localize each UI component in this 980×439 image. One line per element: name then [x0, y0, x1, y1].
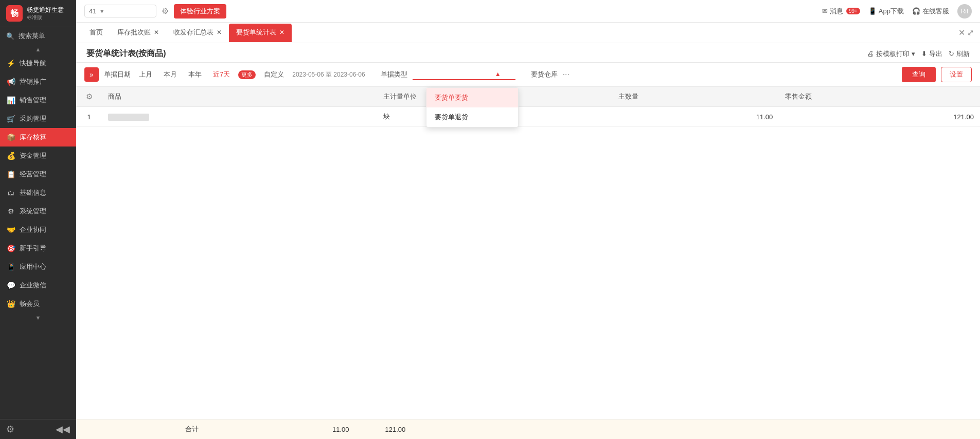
expand-tabs[interactable]: ⤢ [967, 28, 974, 38]
row-amount: 121.00 [779, 107, 980, 127]
finance-icon: 💰 [6, 152, 15, 160]
dropdown-item-order-return[interactable]: 要货单退货 [426, 107, 518, 127]
filter-area: » 单据日期 上月 本月 本年 近7天 更多 自定义 2023-05-06 至 … [76, 63, 980, 87]
message-badge: 99+ [846, 8, 860, 14]
user-avatar[interactable]: Rit [957, 4, 972, 19]
header-right: ✉ 消息 99+ 📱 App下载 🎧 在线客服 Rit [822, 4, 972, 19]
warehouse-label: 要货仓库 [531, 70, 558, 79]
dropdown-item-order-goods[interactable]: 要货单要货 [426, 88, 518, 107]
sidebar-search[interactable]: 🔍 搜索菜单 [0, 27, 76, 45]
date-label: 单据日期 [104, 70, 131, 79]
sidebar-item-quick-nav[interactable]: ⚡ 快捷导航 [0, 54, 76, 72]
export-icon: ⬇ [921, 50, 927, 58]
refresh-icon: ↻ [949, 50, 954, 58]
basic-info-icon: 🗂 [6, 189, 15, 197]
service-icon: 🎧 [912, 7, 920, 15]
date-more-button[interactable]: 更多 [238, 70, 256, 79]
tab-batch-account[interactable]: 库存批次账 ✕ [110, 24, 166, 42]
main-content: 41 ▾ ⚙ 体验行业方案 ✉ 消息 99+ 📱 App下载 🎧 在线客服 Ri… [76, 0, 980, 439]
refresh-action[interactable]: ↻ 刷新 [949, 49, 970, 59]
online-service-action[interactable]: 🎧 在线客服 [912, 7, 949, 16]
search-icon: 🔍 [6, 32, 14, 40]
quick-nav-icon: ⚡ [6, 59, 15, 67]
date-custom[interactable]: 自定义 [261, 68, 287, 81]
export-action[interactable]: ⬇ 导出 [921, 49, 942, 59]
vip-icon: 👑 [6, 300, 15, 308]
print-chevron-icon: ▾ [912, 50, 915, 58]
type-dropdown: 要货单要货 要货单退货 [426, 87, 519, 127]
type-select[interactable]: ▲ [413, 69, 515, 80]
sidebar-item-purchase[interactable]: 🛒 采购管理 [0, 109, 76, 128]
product-placeholder [108, 114, 149, 121]
sidebar-item-operations[interactable]: 📋 经营管理 [0, 165, 76, 184]
gear-icon[interactable]: ⚙ [86, 92, 93, 101]
operations-icon: 📋 [6, 170, 15, 178]
type-input[interactable] [413, 70, 495, 78]
sidebar-item-inventory[interactable]: 📦 库存核算 [0, 128, 76, 147]
sidebar: 畅 畅捷通好生意 标准版 🔍 搜索菜单 ▲ ⚡ 快捷导航 📢 营销推广 📊 销售… [0, 0, 76, 439]
top-header: 41 ▾ ⚙ 体验行业方案 ✉ 消息 99+ 📱 App下载 🎧 在线客服 Ri… [76, 0, 980, 23]
sidebar-scroll-down[interactable]: ▼ [0, 313, 76, 322]
close-all-tabs[interactable]: ✕ [958, 28, 965, 38]
date-this-year[interactable]: 本年 [185, 68, 205, 81]
sidebar-item-enterprise[interactable]: 🤝 企业协同 [0, 221, 76, 239]
row-index: 1 [76, 107, 102, 127]
marketing-icon: 📢 [6, 78, 15, 86]
row-product [102, 107, 377, 127]
sidebar-item-marketing[interactable]: 📢 营销推广 [0, 72, 76, 91]
header-settings-icon[interactable]: ⚙ [162, 6, 169, 16]
print-action[interactable]: 🖨 按模板打印 ▾ [867, 49, 915, 59]
tab-order-summary[interactable]: 要货单统计表 ✕ [229, 24, 292, 42]
enterprise-icon: 🤝 [6, 226, 15, 234]
store-selector[interactable]: 41 ▾ [84, 5, 156, 17]
page-header: 要货单统计表(按商品) 🖨 按模板打印 ▾ ⬇ 导出 ↻ 刷新 [76, 43, 980, 63]
sales-icon: 📊 [6, 96, 15, 104]
sidebar-item-system[interactable]: ⚙ 系统管理 [0, 202, 76, 221]
filter-expand-button[interactable]: » [84, 67, 99, 82]
chevron-down-icon: ▾ [100, 7, 104, 15]
table-footer: 合计 11.00 121.00 [76, 419, 980, 439]
data-table: ⚙ 商品 主计量单位 主数量 零售金额 1 块 [76, 87, 980, 127]
sidebar-item-app-center[interactable]: 📱 应用中心 [0, 258, 76, 276]
query-button[interactable]: 查询 [902, 67, 936, 82]
date-last-7-days[interactable]: 近7天 [210, 68, 233, 81]
footer-amount: 121.00 [385, 426, 406, 433]
col-amount: 零售金额 [779, 87, 980, 107]
app-icon: 📱 [868, 7, 877, 15]
date-last-month[interactable]: 上月 [136, 68, 155, 81]
tab-close-order[interactable]: ✕ [279, 29, 284, 36]
collapse-icon[interactable]: ◀◀ [56, 424, 70, 435]
type-label: 单据类型 [381, 70, 407, 79]
sidebar-item-guide[interactable]: 🎯 新手引导 [0, 239, 76, 258]
system-icon: ⚙ [6, 207, 15, 215]
sidebar-item-vip[interactable]: 👑 畅会员 [0, 295, 76, 313]
app-download-action[interactable]: 📱 App下载 [868, 7, 904, 16]
tab-close-receive[interactable]: ✕ [217, 29, 222, 36]
sidebar-item-basic-info[interactable]: 🗂 基础信息 [0, 184, 76, 202]
page-actions: 🖨 按模板打印 ▾ ⬇ 导出 ↻ 刷新 [867, 49, 970, 59]
footer-label: 合计 [185, 425, 199, 434]
warehouse-dots[interactable]: ··· [563, 70, 569, 79]
tab-close-batch[interactable]: ✕ [154, 29, 159, 36]
app-center-icon: 📱 [6, 263, 15, 271]
message-icon: ✉ [822, 7, 828, 15]
sidebar-scroll-up[interactable]: ▲ [0, 45, 76, 54]
settings-icon[interactable]: ⚙ [6, 424, 14, 435]
sidebar-collapse[interactable]: ⚙ ◀◀ [0, 419, 76, 439]
guide-icon: 🎯 [6, 244, 15, 252]
tab-receive-summary[interactable]: 收发存汇总表 ✕ [166, 24, 229, 42]
table-row: 1 块 11.00 121.00 [76, 107, 980, 127]
message-action[interactable]: ✉ 消息 99+ [822, 7, 860, 16]
type-up-arrow-icon: ▲ [495, 70, 501, 78]
footer-qty: 11.00 [332, 426, 349, 433]
sidebar-item-finance[interactable]: 💰 资金管理 [0, 147, 76, 165]
industry-button[interactable]: 体验行业方案 [174, 4, 226, 19]
sidebar-logo: 畅 畅捷通好生意 标准版 [0, 0, 76, 27]
tab-home[interactable]: 首页 [82, 24, 110, 42]
inventory-icon: 📦 [6, 133, 15, 141]
sidebar-item-wechat[interactable]: 💬 企业微信 [0, 276, 76, 295]
date-this-month[interactable]: 本月 [161, 68, 180, 81]
col-gear: ⚙ [76, 87, 102, 107]
settings-button[interactable]: 设置 [941, 67, 972, 82]
sidebar-item-sales[interactable]: 📊 销售管理 [0, 91, 76, 109]
